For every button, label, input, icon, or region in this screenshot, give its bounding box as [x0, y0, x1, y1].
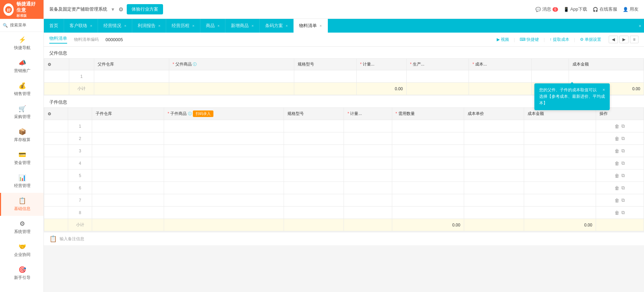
parent-col-spec: 规格型号	[294, 59, 356, 70]
child-col-product: * 子件商品 ⓘ 扫码录入	[164, 108, 284, 120]
subtotal-unit-value: 0.00	[356, 83, 406, 95]
tab-operations-history[interactable]: 经营历程 ×	[166, 19, 200, 33]
parent-unit-cell[interactable]	[356, 70, 406, 83]
single-settings-action[interactable]: ⚙ 单据设置	[580, 37, 601, 43]
extract-cost-action[interactable]: ↑ 提取成本	[550, 37, 569, 43]
parent-spacer-cell	[531, 70, 569, 83]
delete-icon[interactable]: 🗑	[615, 124, 619, 129]
search-icon: 🔍	[3, 23, 8, 28]
bom-code: 0000005	[106, 37, 123, 42]
copy-icon[interactable]: ⧉	[621, 197, 625, 203]
sidebar-item-label: 销售管理	[14, 91, 30, 97]
copy-icon[interactable]: ⧉	[621, 160, 625, 166]
sidebar-item-finance[interactable]: 💳 资金管理	[0, 147, 44, 170]
close-tab-icon[interactable]: ×	[218, 24, 220, 28]
sidebar-item-sales[interactable]: 💰 销售管理	[0, 78, 44, 101]
sidebar-item-label: 新手引导	[14, 275, 30, 281]
table-row: 8 🗑⧉	[44, 207, 644, 219]
sidebar-item-purchase[interactable]: 🛒 采购管理	[0, 101, 44, 124]
sidebar-item-marketing[interactable]: 📣 营销推广	[0, 55, 44, 78]
close-tab-icon[interactable]: ×	[192, 24, 194, 28]
parent-col-amount: 成本金额	[569, 59, 644, 70]
close-tab-icon[interactable]: ×	[251, 24, 253, 28]
parent-production-cell[interactable]	[406, 70, 469, 83]
delete-icon[interactable]: 🗑	[615, 173, 619, 178]
parent-col-cost: * 成本...	[469, 59, 531, 70]
tab-home[interactable]: 首页	[44, 19, 64, 33]
sidebar-item-enterprise[interactable]: 🤝 企业协同	[0, 239, 44, 262]
message-badge: 6	[553, 7, 558, 12]
subtotal-c5	[469, 83, 531, 95]
table-row: 3 🗑⧉	[44, 145, 644, 157]
parent-product-cell[interactable]	[169, 70, 294, 83]
online-service-button[interactable]: 🎧 在线客服	[593, 6, 617, 12]
parent-cost-cell[interactable]	[469, 70, 531, 83]
sidebar-item-quick-nav[interactable]: ⚡ 快捷导航	[0, 32, 44, 55]
subtotal-c4	[406, 83, 469, 95]
prev-page-btn[interactable]: ◀	[609, 36, 618, 43]
copy-icon[interactable]: ⧉	[621, 136, 625, 141]
view-label: 视频	[501, 37, 509, 43]
table-row: 7 🗑⧉	[44, 194, 644, 207]
next-page-btn[interactable]: ▶	[619, 36, 629, 43]
delete-icon[interactable]: 🗑	[615, 136, 619, 141]
close-tab-icon[interactable]: ×	[90, 24, 92, 28]
sidebar-item-system[interactable]: ⚙ 系统管理	[0, 216, 44, 239]
scan-input-button[interactable]: 扫码录入	[193, 110, 213, 117]
sidebar: 好 畅捷通好生意 标准版 🔍 搜索菜单 ⚡ 快捷导航 📣 营销推广 💰 销售管理…	[0, 0, 44, 292]
delete-icon[interactable]: 🗑	[615, 210, 619, 215]
copy-icon[interactable]: ⧉	[621, 123, 625, 129]
sidebar-search-area[interactable]: 🔍 搜索菜单	[0, 19, 44, 32]
tab-customer[interactable]: 客户联络 ×	[64, 19, 98, 33]
user-icon: 👤	[623, 7, 628, 12]
child-col-gear[interactable]: ⚙	[44, 108, 68, 120]
delete-icon[interactable]: 🗑	[615, 161, 619, 166]
parent-col-gear[interactable]: ⚙	[44, 59, 69, 70]
tab-barcode[interactable]: 条码方案 ×	[260, 19, 294, 33]
operations-icon: 📊	[18, 174, 26, 182]
delete-icon[interactable]: 🗑	[615, 185, 619, 191]
copy-icon[interactable]: ⧉	[621, 173, 625, 178]
app-download-button[interactable]: 📱 App下载	[564, 6, 587, 12]
tab-bom[interactable]: 物料清单 ×	[294, 19, 327, 33]
child-subtotal-label: 小计	[68, 219, 92, 231]
close-tab-icon[interactable]: ×	[124, 24, 126, 28]
tab-profit-report[interactable]: 利润报告 ×	[132, 19, 166, 33]
copy-icon[interactable]: ⧉	[621, 185, 625, 191]
parent-section-title: 父件信息	[44, 47, 644, 58]
table-row: 1 🗑⧉	[44, 120, 644, 132]
delete-icon[interactable]: 🗑	[615, 148, 619, 154]
system-icon: ⚙	[20, 220, 25, 227]
notes-placeholder[interactable]: 输入备注信息	[60, 236, 84, 242]
child-col-spec: 规格型号	[284, 108, 344, 120]
finance-icon: 💳	[18, 151, 26, 159]
message-icon: 💬	[535, 7, 541, 12]
search-button[interactable]: 🔍 搜索菜单	[3, 22, 41, 28]
view-action[interactable]: ▶ 视频	[497, 37, 509, 43]
copy-icon[interactable]: ⧉	[621, 210, 625, 215]
page-tab-bom[interactable]: 物料清单	[49, 35, 67, 44]
user-avatar[interactable]: 👤 用友	[623, 6, 639, 12]
list-view-btn[interactable]: ≡	[630, 36, 639, 43]
sidebar-item-guide[interactable]: 🎯 新手引导	[0, 262, 44, 285]
sidebar-item-basic-info[interactable]: 📋 基础信息	[0, 193, 44, 216]
delete-icon[interactable]: 🗑	[615, 198, 619, 203]
tab-products[interactable]: 商品 ×	[200, 19, 225, 33]
close-tab-icon[interactable]: ×	[158, 24, 160, 28]
tooltip-close-btn[interactable]: ×	[603, 87, 605, 93]
tab-new-product[interactable]: 新增商品 ×	[225, 19, 259, 33]
tabs-close-all[interactable]: ×	[636, 23, 644, 28]
sidebar-item-operations[interactable]: 📊 经营管理	[0, 170, 44, 193]
tab-operations-status[interactable]: 经营情况 ×	[98, 19, 132, 33]
experience-button[interactable]: 体验行业方案	[127, 4, 163, 14]
shortcut-action[interactable]: ⌨ 快捷键	[520, 37, 539, 43]
sidebar-item-inventory[interactable]: 📦 库存核算	[0, 124, 44, 147]
headset-icon: 🎧	[593, 7, 598, 12]
settings-gear-icon[interactable]: ⚙	[119, 6, 123, 13]
close-tab-icon[interactable]: ×	[320, 24, 322, 28]
close-tab-icon[interactable]: ×	[286, 24, 288, 28]
parent-warehouse-cell[interactable]	[94, 70, 169, 83]
copy-icon[interactable]: ⧉	[621, 148, 625, 154]
parent-spec-cell[interactable]	[294, 70, 356, 83]
message-button[interactable]: 💬 消息 6	[535, 6, 558, 12]
